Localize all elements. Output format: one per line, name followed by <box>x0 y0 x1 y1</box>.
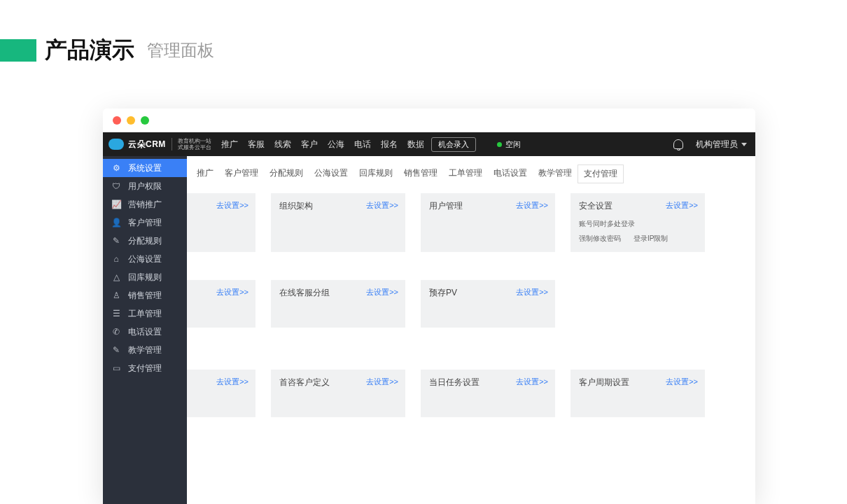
card-detail: 强制修改密码 <box>579 234 621 244</box>
card-title: 在线客服分组 <box>279 288 330 298</box>
go-settings-link[interactable]: 去设置>> <box>516 200 548 211</box>
minimize-icon[interactable] <box>127 116 135 125</box>
card-title: 首咨客户定义 <box>279 377 330 387</box>
settings-card-user: 用户管理 去设置>> <box>421 193 555 252</box>
sidebar-item-label: 教学管理 <box>128 344 162 356</box>
go-settings-link[interactable]: 去设置>> <box>666 377 698 387</box>
go-settings-link[interactable]: 去设置>> <box>216 377 248 387</box>
card-row: 去设置>> 首咨客户定义 去设置>> 当日任务设置 去设置>> 客户周期设置 去… <box>187 370 744 417</box>
status-label: 空闲 <box>505 139 521 150</box>
go-settings-link[interactable]: 去设置>> <box>366 287 398 298</box>
sidebar-item-phone-settings[interactable]: ✆ 电话设置 <box>103 323 187 341</box>
content-area: 推广 客户管理 分配规则 公海设置 回库规则 销售管理 工单管理 电话设置 教学… <box>187 156 755 504</box>
tab-payment[interactable]: 支付管理 <box>578 164 624 183</box>
go-settings-link[interactable]: 去设置>> <box>516 287 548 298</box>
sidebar-item-system-settings[interactable]: ⚙ 系统设置 <box>103 159 187 177</box>
tab-tickets[interactable]: 工单管理 <box>443 164 488 183</box>
nav-data[interactable]: 数据 <box>407 139 424 150</box>
sidebar: ⚙ 系统设置 🛡 用户权限 📈 营销推广 👤 客户管理 ✎ 分配规则 ⌂ 公海 <box>103 156 187 504</box>
close-icon[interactable] <box>113 116 121 125</box>
status-indicator[interactable]: 空闲 <box>497 139 521 150</box>
top-nav: 云朵CRM 教育机构一站 式服务云平台 推广 客服 线索 客户 公海 电话 报名… <box>103 132 755 156</box>
go-settings-link[interactable]: 去设置>> <box>366 200 398 211</box>
sidebar-item-pool-settings[interactable]: ⌂ 公海设置 <box>103 250 187 268</box>
sidebar-item-label: 回库规则 <box>128 272 162 284</box>
sidebar-item-label: 用户权限 <box>128 181 162 192</box>
brand-tagline: 教育机构一站 式服务云平台 <box>178 138 211 150</box>
bell-icon[interactable] <box>673 139 683 149</box>
nav-pool[interactable]: 公海 <box>328 139 344 150</box>
tab-phone[interactable]: 电话设置 <box>488 164 533 183</box>
nav-leads[interactable]: 线索 <box>274 139 291 150</box>
list-icon: ☰ <box>111 309 121 318</box>
settings-card: 去设置>> <box>187 193 255 252</box>
settings-card: 去设置>> <box>187 370 255 417</box>
slide-header: 产品演示 管理面板 <box>0 35 214 66</box>
settings-card-security: 安全设置 去设置>> 账号同时多处登录 强制修改密码 登录IP限制 <box>570 193 705 252</box>
go-settings-link[interactable]: 去设置>> <box>666 200 698 211</box>
tab-customer-mgmt[interactable]: 客户管理 <box>219 164 264 183</box>
sidebar-item-label: 支付管理 <box>128 363 162 374</box>
triangle-icon: △ <box>111 272 121 282</box>
card-title: 客户周期设置 <box>579 377 629 387</box>
nav-customer[interactable]: 客户 <box>301 139 318 150</box>
nav-service[interactable]: 客服 <box>248 139 265 150</box>
edit-icon: ✎ <box>111 345 121 355</box>
nav-phone[interactable]: 电话 <box>354 139 371 150</box>
maximize-icon[interactable] <box>141 116 149 125</box>
go-settings-link[interactable]: 去设置>> <box>516 377 548 387</box>
card-title: 组织架构 <box>279 201 313 211</box>
tab-promo[interactable]: 推广 <box>191 164 219 183</box>
card-row: 去设置>> 组织架构 去设置>> 用户管理 去设置>> 安全设置 去设置>> <box>187 193 744 252</box>
app-body: ⚙ 系统设置 🛡 用户权限 📈 营销推广 👤 客户管理 ✎ 分配规则 ⌂ 公海 <box>103 156 755 504</box>
status-dot-icon <box>497 142 502 147</box>
sidebar-item-payment-mgmt[interactable]: ▭ 支付管理 <box>103 359 187 377</box>
accent-block <box>0 39 36 62</box>
nav-items: 推广 客服 线索 客户 公海 电话 报名 数据 <box>221 139 424 150</box>
sidebar-item-teaching-mgmt[interactable]: ✎ 教学管理 <box>103 341 187 359</box>
tab-sales[interactable]: 销售管理 <box>398 164 443 183</box>
sidebar-item-ticket-mgmt[interactable]: ☰ 工单管理 <box>103 304 187 323</box>
sidebar-item-label: 客户管理 <box>128 217 162 229</box>
tabs-row: 推广 客户管理 分配规则 公海设置 回库规则 销售管理 工单管理 电话设置 教学… <box>187 156 755 189</box>
card-detail: 账号同时多处登录 <box>579 219 696 229</box>
settings-card: 去设置>> <box>187 280 255 328</box>
tab-teaching[interactable]: 教学管理 <box>533 164 578 183</box>
tab-return-rules[interactable]: 回库规则 <box>354 164 398 183</box>
sidebar-item-label: 营销推广 <box>128 199 162 211</box>
nav-signup[interactable]: 报名 <box>381 139 398 150</box>
sidebar-item-assign-rules[interactable]: ✎ 分配规则 <box>103 232 187 250</box>
card-title: 当日任务设置 <box>429 377 479 387</box>
card-title: 预存PV <box>429 288 457 298</box>
sidebar-item-user-permissions[interactable]: 🛡 用户权限 <box>103 177 187 195</box>
house-icon: ⌂ <box>111 254 121 264</box>
card-title: 用户管理 <box>429 201 463 211</box>
card-detail: 登录IP限制 <box>634 234 668 244</box>
sidebar-item-sales-mgmt[interactable]: ♙ 销售管理 <box>103 286 187 304</box>
go-settings-link[interactable]: 去设置>> <box>366 377 398 387</box>
window-titlebar <box>103 108 755 132</box>
sidebar-item-label: 分配规则 <box>128 235 162 247</box>
card-row: 去设置>> 在线客服分组 去设置>> 预存PV 去设置>> <box>187 280 744 328</box>
app-window: 云朵CRM 教育机构一站 式服务云平台 推广 客服 线索 客户 公海 电话 报名… <box>103 108 755 504</box>
chart-icon: 📈 <box>111 200 121 209</box>
cards-area: 去设置>> 组织架构 去设置>> 用户管理 去设置>> 安全设置 去设置>> <box>187 189 755 417</box>
settings-card-customer-cycle: 客户周期设置 去设置>> <box>570 370 705 417</box>
tab-assign-rules[interactable]: 分配规则 <box>264 164 309 183</box>
go-settings-link[interactable]: 去设置>> <box>216 287 248 298</box>
go-settings-link[interactable]: 去设置>> <box>216 200 248 211</box>
logo-divider <box>172 138 172 150</box>
tab-pool[interactable]: 公海设置 <box>309 164 354 183</box>
sidebar-item-customer-mgmt[interactable]: 👤 客户管理 <box>103 214 187 232</box>
sidebar-item-label: 电话设置 <box>128 326 162 338</box>
sidebar-item-marketing[interactable]: 📈 营销推广 <box>103 195 187 214</box>
sidebar-item-return-rules[interactable]: △ 回库规则 <box>103 268 187 286</box>
record-opportunity-button[interactable]: 机会录入 <box>431 137 476 152</box>
user-label: 机构管理员 <box>696 139 738 150</box>
nav-promo[interactable]: 推广 <box>221 139 238 150</box>
user-menu[interactable]: 机构管理员 <box>696 139 747 150</box>
slide-subtitle: 管理面板 <box>147 39 214 62</box>
brand-logo[interactable]: 云朵CRM 教育机构一站 式服务云平台 <box>108 138 211 150</box>
card-icon: ▭ <box>111 363 121 373</box>
phone-icon: ✆ <box>111 327 121 337</box>
